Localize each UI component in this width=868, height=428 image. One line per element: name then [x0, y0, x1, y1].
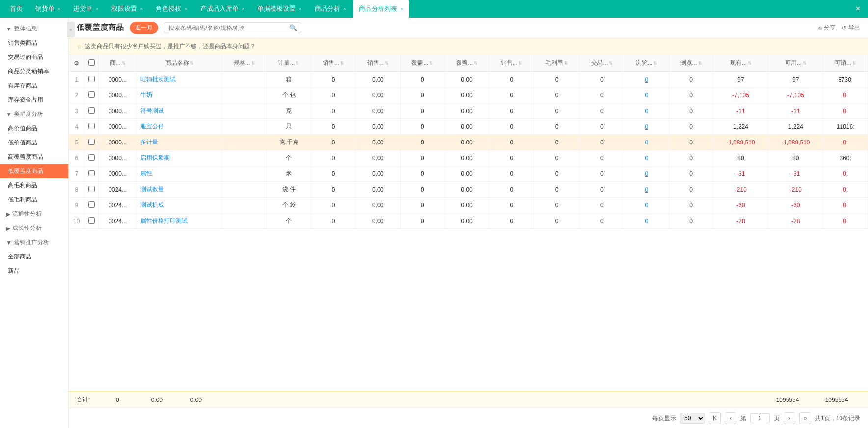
sidebar-item-new-products[interactable]: 新品 — [0, 264, 68, 278]
row-unit: 克 — [267, 103, 311, 119]
row-view1[interactable]: 0 — [624, 135, 669, 150]
nav-product-analysis-list[interactable]: 商品分析列表 × — [353, 0, 409, 18]
row-saleable: 360: — [823, 150, 868, 166]
row-checkbox[interactable] — [84, 213, 98, 229]
row-sales3: 0 — [489, 166, 534, 182]
nav-purchase-order[interactable]: 进货单 × — [67, 0, 104, 18]
sidebar-item-high-margin[interactable]: 高毛利商品 — [0, 178, 68, 193]
page-number-input[interactable] — [750, 413, 770, 423]
row-available-stock: 1,224 — [768, 119, 823, 135]
row-name[interactable]: 牛奶 — [137, 87, 222, 103]
row-view1[interactable]: 0 — [624, 119, 669, 135]
nav-permission[interactable]: 权限设置 × — [106, 0, 149, 18]
row-code: 0000... — [98, 150, 137, 166]
nav-product-analysis[interactable]: 商品分析 × — [309, 0, 352, 18]
info-banner: ☆ 这类商品只有很少客户购买过，是推广不够，还是商品本身问题？ — [69, 38, 868, 55]
last-page-button[interactable]: » — [799, 412, 811, 424]
row-view1[interactable]: 0 — [624, 103, 669, 119]
per-page-select[interactable]: 50 20 100 200 — [680, 413, 705, 424]
sidebar-section-marketing[interactable]: ▼ 营销推广分析 — [0, 235, 68, 250]
search-input[interactable] — [168, 25, 287, 31]
row-checkbox[interactable] — [84, 198, 98, 213]
close-icon[interactable]: × — [95, 6, 98, 12]
row-view1[interactable]: 0 — [624, 72, 669, 87]
sidebar-item-low-value[interactable]: 低价值商品 — [0, 136, 68, 150]
chevron-right-icon: ▶ — [6, 211, 10, 218]
th-saleable: 可销...⇅ — [823, 55, 868, 72]
row-view1[interactable]: 0 — [624, 198, 669, 213]
window-close-button[interactable]: × — [852, 4, 864, 13]
row-name[interactable]: 测试提成 — [137, 198, 222, 213]
sidebar-section-circulation[interactable]: ▶ 流通性分析 — [0, 207, 68, 221]
sidebar-item-inventory-capital[interactable]: 库存资金占用 — [0, 93, 68, 107]
row-name[interactable]: 属性 — [137, 166, 222, 182]
th-name: 商品名称⇅ — [137, 55, 222, 72]
row-checkbox[interactable] — [84, 182, 98, 198]
close-icon[interactable]: × — [184, 6, 187, 12]
row-number: 2 — [69, 87, 84, 103]
nav-template-settings[interactable]: 单据模板设置 × — [251, 0, 307, 18]
close-icon[interactable]: × — [400, 6, 403, 12]
sidebar-item-stocked-products[interactable]: 有库存商品 — [0, 79, 68, 93]
table-row: 40000...服宝公仔只00.0000.00000001,2241,22411… — [69, 119, 868, 135]
row-checkbox[interactable] — [84, 166, 98, 182]
close-icon[interactable]: × — [298, 6, 301, 12]
row-view1[interactable]: 0 — [624, 182, 669, 198]
first-page-button[interactable]: K — [709, 412, 721, 424]
row-coverage2: 0.00 — [445, 166, 489, 182]
next-page-button[interactable]: › — [784, 412, 795, 424]
row-name[interactable]: 服宝公仔 — [137, 119, 222, 135]
row-checkbox[interactable] — [84, 87, 98, 103]
nav-product-warehouse[interactable]: 产成品入库单 × — [194, 0, 250, 18]
close-icon[interactable]: × — [140, 6, 143, 12]
select-all-checkbox[interactable] — [88, 59, 95, 66]
th-checkbox[interactable] — [84, 55, 98, 72]
row-view2: 0 — [669, 150, 713, 166]
sidebar-section-overview[interactable]: ▼ 整体信息 — [0, 22, 68, 36]
row-checkbox[interactable] — [84, 72, 98, 87]
nav-home[interactable]: 首页 — [4, 0, 28, 18]
sidebar-item-high-coverage[interactable]: 高覆盖度商品 — [0, 150, 68, 164]
row-view1[interactable]: 0 — [624, 87, 669, 103]
table-wrapper[interactable]: ⚙ 商...⇅ 商品名称⇅ 规格...⇅ 计量...⇅ 销售...⇅ 销售...… — [69, 55, 868, 391]
row-view1[interactable]: 0 — [624, 150, 669, 166]
sidebar-item-traded-products[interactable]: 交易过的商品 — [0, 50, 68, 64]
nav-role-auth[interactable]: 角色授权 × — [150, 0, 193, 18]
row-name[interactable]: 启用保质期 — [137, 150, 222, 166]
sidebar-item-low-coverage[interactable]: 低覆盖度商品 — [0, 164, 68, 178]
prev-page-button[interactable]: ‹ — [725, 412, 736, 424]
sidebar-item-high-value[interactable]: 高价值商品 — [0, 121, 68, 136]
row-checkbox[interactable] — [84, 119, 98, 135]
footer-current-stock: -1095554 — [762, 397, 811, 403]
row-checkbox[interactable] — [84, 135, 98, 150]
th-coverage2: 覆盖...⇅ — [445, 55, 489, 72]
row-name[interactable]: 测试数量 — [137, 182, 222, 198]
sidebar-item-sales-products[interactable]: 销售类商品 — [0, 36, 68, 50]
sidebar-section-growth[interactable]: ▶ 成长性分析 — [0, 221, 68, 235]
sidebar-item-category-turnover[interactable]: 商品分类动销率 — [0, 64, 68, 79]
row-name[interactable]: 旺辅批次测试 — [137, 72, 222, 87]
th-settings[interactable]: ⚙ — [69, 55, 84, 72]
close-icon[interactable]: × — [57, 6, 60, 12]
share-button[interactable]: ⎋ 分享 — [818, 24, 836, 32]
period-button-recent-month[interactable]: 近一月 — [130, 22, 158, 34]
nav-sales-order[interactable]: 销货单 × — [29, 0, 66, 18]
row-checkbox[interactable] — [84, 103, 98, 119]
sidebar-collapse-button[interactable]: « — [67, 22, 75, 37]
sidebar-section-group-analysis[interactable]: ▼ 类群度分析 — [0, 107, 68, 121]
row-name[interactable]: 属性价格打印测试 — [137, 213, 222, 229]
row-checkbox[interactable] — [84, 150, 98, 166]
row-current-stock: -60 — [713, 198, 768, 213]
sidebar-item-low-margin[interactable]: 低毛利商品 — [0, 193, 68, 207]
row-view1[interactable]: 0 — [624, 213, 669, 229]
sidebar-item-all-products[interactable]: 全部商品 — [0, 250, 68, 264]
close-icon[interactable]: × — [343, 6, 346, 12]
table-header-row: ⚙ 商...⇅ 商品名称⇅ 规格...⇅ 计量...⇅ 销售...⇅ 销售...… — [69, 55, 868, 72]
row-name[interactable]: 符号测试 — [137, 103, 222, 119]
row-view1[interactable]: 0 — [624, 166, 669, 182]
row-name[interactable]: 多计量 — [137, 135, 222, 150]
search-box[interactable]: 🔍 — [164, 22, 301, 33]
export-button[interactable]: ↺ 导出 — [841, 24, 860, 32]
close-icon[interactable]: × — [242, 6, 244, 12]
footer-total-label: 合计: — [77, 396, 90, 404]
